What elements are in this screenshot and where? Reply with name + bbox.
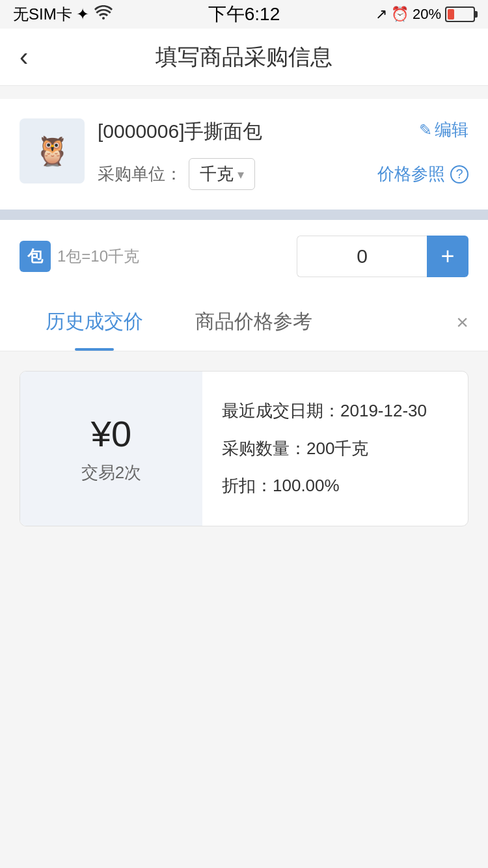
status-right: ↗ ⏰ 20% (375, 6, 475, 23)
history-price: ¥0 (91, 413, 131, 455)
tab-close-button[interactable]: × (456, 310, 468, 334)
history-discount-row: 折扣：100.00% (222, 472, 448, 500)
tab-history-price[interactable]: 历史成交价 (20, 293, 169, 351)
chevron-down-icon: ▾ (237, 167, 244, 182)
battery-icon (445, 7, 475, 22)
unit-left: 采购单位： 千克 ▾ (98, 158, 255, 190)
quantity-plus-button[interactable]: + (427, 236, 468, 277)
history-qty-value: 200千克 (306, 439, 368, 458)
carrier-text: 无SIM卡 ✦ (13, 4, 89, 25)
history-card: ¥0 交易2次 最近成交日期：2019-12-30 采购数量：200千克 折扣：… (20, 371, 468, 526)
quantity-unit-label: 包 1包=10千克 (20, 241, 139, 272)
history-trades: 交易2次 (81, 461, 141, 484)
alarm-icon: ⏰ (391, 6, 409, 23)
product-header: [0000006]手撕面包 ✎ 编辑 (98, 118, 468, 145)
conversion-text: 1包=10千克 (57, 246, 139, 267)
history-qty-row: 采购数量：200千克 (222, 435, 448, 463)
quantity-row: 包 1包=10千克 + (0, 220, 488, 293)
edit-icon: ✎ (419, 121, 432, 139)
edit-label: 编辑 (435, 118, 468, 141)
history-date-label: 最近成交日期： (222, 401, 340, 420)
tab-active-indicator (75, 348, 114, 351)
history-qty-label: 采购数量： (222, 439, 306, 458)
history-date-row: 最近成交日期：2019-12-30 (222, 398, 448, 425)
wifi-icon (94, 5, 113, 23)
tab-price-ref-label: 商品价格参考 (195, 310, 312, 332)
unit-select[interactable]: 千克 ▾ (189, 158, 255, 190)
history-discount-label: 折扣： (222, 476, 273, 495)
nav-bar: ‹ 填写商品采购信息 (0, 29, 488, 86)
tab-price-reference[interactable]: 商品价格参考 (169, 293, 338, 351)
status-time: 下午6:12 (208, 2, 280, 27)
history-left-panel: ¥0 交易2次 (20, 372, 202, 526)
battery-pct: 20% (413, 6, 441, 23)
product-name: [0000006]手撕面包 (98, 118, 419, 145)
location-icon: ↗ (375, 6, 387, 23)
quantity-control: + (297, 236, 468, 277)
quantity-input[interactable] (297, 236, 427, 277)
product-unit-row: 采购单位： 千克 ▾ 价格参照 ? (98, 158, 468, 190)
unit-box: 包 (20, 241, 51, 272)
product-image-icon: 🦉 (34, 134, 70, 168)
unit-value: 千克 (200, 163, 234, 185)
back-button[interactable]: ‹ (20, 42, 28, 72)
unit-label: 采购单位： (98, 163, 182, 185)
section-divider (0, 210, 488, 220)
product-info: [0000006]手撕面包 ✎ 编辑 采购单位： 千克 ▾ 价格参照 ? (98, 118, 468, 190)
price-ref-button[interactable]: 价格参照 ? (377, 163, 468, 185)
tab-history-label: 历史成交价 (46, 310, 143, 332)
price-ref-help-icon: ? (450, 165, 468, 183)
edit-button[interactable]: ✎ 编辑 (419, 118, 468, 141)
product-thumbnail: 🦉 (20, 118, 85, 183)
status-bar: 无SIM卡 ✦ 下午6:12 ↗ ⏰ 20% (0, 0, 488, 29)
status-left: 无SIM卡 ✦ (13, 4, 113, 25)
history-section: ¥0 交易2次 最近成交日期：2019-12-30 采购数量：200千克 折扣：… (0, 351, 488, 742)
product-card: 🦉 [0000006]手撕面包 ✎ 编辑 采购单位： 千克 ▾ 价格参照 ? (0, 99, 488, 210)
page-title: 填写商品采购信息 (156, 42, 332, 72)
price-ref-label: 价格参照 (377, 163, 445, 185)
history-right-panel: 最近成交日期：2019-12-30 采购数量：200千克 折扣：100.00% (202, 372, 468, 526)
history-date-value: 2019-12-30 (340, 401, 427, 420)
tab-row: 历史成交价 商品价格参考 × (0, 293, 488, 351)
history-discount-value: 100.00% (273, 476, 340, 495)
